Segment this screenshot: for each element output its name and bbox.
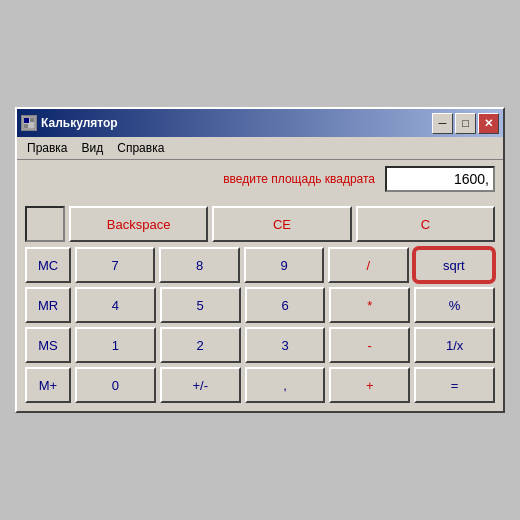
mc-button[interactable]: MC	[25, 247, 71, 283]
svg-rect-4	[30, 124, 34, 128]
btn-3[interactable]: 3	[245, 327, 326, 363]
decimal-button[interactable]: ,	[245, 367, 326, 403]
maximize-button[interactable]: □	[455, 113, 476, 134]
calculator-window: Калькулятор ─ □ ✕ Правка Вид Справка вве…	[15, 107, 505, 413]
equals-button[interactable]: =	[414, 367, 495, 403]
divide-button[interactable]: /	[328, 247, 408, 283]
btn-1[interactable]: 1	[75, 327, 156, 363]
calc-body: Backspace CE C MC 7 8 9 / sqrt MR 4 5 6 …	[17, 198, 503, 411]
ms-button[interactable]: MS	[25, 327, 71, 363]
btn-4[interactable]: 4	[75, 287, 156, 323]
menu-item-view[interactable]: Вид	[76, 139, 110, 157]
percent-button[interactable]: %	[414, 287, 495, 323]
minimize-button[interactable]: ─	[432, 113, 453, 134]
btn-7[interactable]: 7	[75, 247, 155, 283]
backspace-button[interactable]: Backspace	[69, 206, 208, 242]
display-row: введите площадь квадрата	[17, 160, 503, 198]
button-row-1: MC 7 8 9 / sqrt	[25, 247, 495, 283]
close-button[interactable]: ✕	[478, 113, 499, 134]
reciprocal-button[interactable]: 1/x	[414, 327, 495, 363]
title-bar: Калькулятор ─ □ ✕	[17, 109, 503, 137]
svg-rect-1	[24, 118, 29, 123]
btn-5[interactable]: 5	[160, 287, 241, 323]
sqrt-button[interactable]: sqrt	[413, 247, 495, 283]
display-input[interactable]	[385, 166, 495, 192]
svg-rect-3	[24, 124, 28, 128]
mplus-button[interactable]: M+	[25, 367, 71, 403]
window-icon	[21, 115, 37, 131]
btn-6[interactable]: 6	[245, 287, 326, 323]
menu-item-edit[interactable]: Правка	[21, 139, 74, 157]
svg-rect-2	[30, 118, 34, 122]
display-hint: введите площадь квадрата	[25, 172, 381, 186]
button-row-3: MS 1 2 3 - 1/x	[25, 327, 495, 363]
menu-item-help[interactable]: Справка	[111, 139, 170, 157]
button-grid: MC 7 8 9 / sqrt MR 4 5 6 * % MS 1 2	[25, 247, 495, 403]
ce-button[interactable]: CE	[212, 206, 351, 242]
btn-0[interactable]: 0	[75, 367, 156, 403]
window-controls: ─ □ ✕	[432, 113, 499, 134]
multiply-button[interactable]: *	[329, 287, 410, 323]
subtract-button[interactable]: -	[329, 327, 410, 363]
menu-bar: Правка Вид Справка	[17, 137, 503, 160]
btn-9[interactable]: 9	[244, 247, 324, 283]
negate-button[interactable]: +/-	[160, 367, 241, 403]
button-row-4: M+ 0 +/- , + =	[25, 367, 495, 403]
add-button[interactable]: +	[329, 367, 410, 403]
title-text: Калькулятор	[41, 116, 428, 130]
top-button-row: Backspace CE C	[25, 206, 495, 242]
c-button[interactable]: C	[356, 206, 495, 242]
button-row-2: MR 4 5 6 * %	[25, 287, 495, 323]
btn-8[interactable]: 8	[159, 247, 239, 283]
mr-button[interactable]: MR	[25, 287, 71, 323]
btn-2[interactable]: 2	[160, 327, 241, 363]
memory-display	[25, 206, 65, 242]
